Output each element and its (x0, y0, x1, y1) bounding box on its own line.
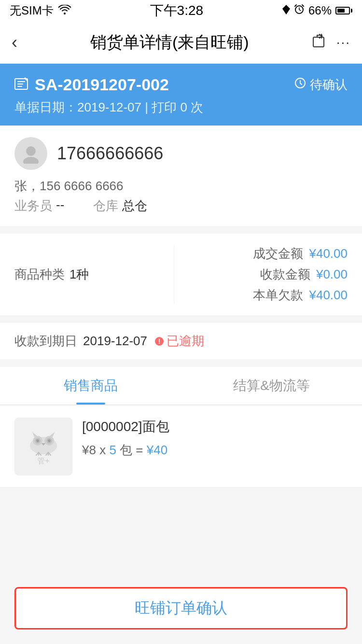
overdue-dot-icon: ! (155, 337, 164, 346)
order-id-section: SA-20191207-002 (14, 75, 169, 94)
wifi-icon (58, 4, 71, 17)
received-label: 收款金额 (260, 266, 310, 283)
warehouse-meta: 仓库 总仓 (93, 197, 147, 214)
order-status: 待确认 (294, 76, 348, 93)
product-item: 管+ [0000002]面包 ¥8 x 5 包 = ¥40 (0, 406, 362, 488)
sales-label: 业务员 (14, 197, 52, 214)
page-title: 销货单详情(来自旺铺) (27, 31, 312, 54)
status-time: 下午3:28 (150, 1, 204, 20)
customer-top: 17666666666 (14, 137, 348, 170)
due-date-card: 收款到期日 2019-12-07 ! 已逾期 (0, 323, 362, 359)
stats-right: 成交金额 ¥40.00 收款金额 ¥0.00 本单欠款 ¥40.00 (174, 245, 348, 304)
tab-goods[interactable]: 销售商品 (0, 367, 181, 405)
confirm-btn-container: 旺铺订单确认 (0, 577, 362, 644)
tab-settlement[interactable]: 结算&物流等 (181, 367, 362, 405)
battery-icon (335, 7, 352, 14)
product-info: [0000002]面包 ¥8 x 5 包 = ¥40 (82, 418, 348, 476)
customer-avatar (14, 137, 47, 170)
product-total: ¥40 (147, 443, 167, 457)
confirm-order-label: 旺铺订单确认 (135, 598, 227, 619)
sales-value: -- (56, 197, 64, 214)
status-clock-icon (294, 77, 306, 92)
stats-left: 商品种类 1种 (14, 245, 174, 304)
product-list: 管+ [0000002]面包 ¥8 x 5 包 = ¥40 (0, 406, 362, 488)
location-icon (282, 4, 290, 17)
status-text: 待确认 (310, 76, 348, 93)
confirm-order-button[interactable]: 旺铺订单确认 (14, 587, 348, 630)
overdue-badge: ! 已逾期 (155, 333, 204, 350)
order-id-text: SA-20191207-002 (35, 75, 169, 94)
deal-amount-item: 成交金额 ¥40.00 (189, 245, 348, 262)
deal-amount-label: 成交金额 (253, 245, 303, 262)
product-price-value: ¥8 (82, 443, 96, 457)
status-left: 无SIM卡 (10, 3, 71, 18)
svg-point-11 (36, 439, 39, 442)
status-right: 66% (282, 4, 352, 17)
received-item: 收款金额 ¥0.00 (189, 266, 348, 283)
svg-rect-1 (313, 37, 324, 47)
received-value: ¥0.00 (316, 267, 348, 282)
owed-item: 本单欠款 ¥40.00 (189, 287, 348, 304)
product-price-sep: x (99, 443, 109, 457)
svg-point-12 (48, 439, 51, 442)
sales-meta: 业务员 -- (14, 197, 64, 214)
warehouse-value: 总仓 (122, 197, 147, 214)
product-unit: 包 (120, 443, 132, 457)
product-thumbnail: 管+ (14, 418, 72, 476)
customer-card: 17666666666 张，156 6666 6666 业务员 -- 仓库 总仓 (0, 126, 362, 226)
product-name: [0000002]面包 (82, 418, 348, 436)
customer-phone: 17666666666 (57, 143, 163, 164)
customer-meta: 业务员 -- 仓库 总仓 (14, 197, 348, 214)
product-thumb-label: 管+ (37, 456, 49, 466)
back-button[interactable]: ‹ (12, 32, 17, 53)
status-bar: 无SIM卡 下午3:28 66% (0, 0, 362, 21)
carrier-text: 无SIM卡 (10, 3, 54, 18)
goods-type-label: 商品种类 (14, 266, 65, 283)
goods-type-value: 1种 (70, 266, 89, 283)
product-qty: 5 (109, 443, 116, 457)
svg-point-5 (23, 157, 39, 164)
svg-point-4 (26, 146, 36, 156)
alarm-icon (294, 4, 305, 17)
warehouse-label: 仓库 (93, 197, 118, 214)
share-button[interactable] (312, 33, 327, 52)
nav-bar: ‹ 销货单详情(来自旺铺) ··· (0, 21, 362, 64)
product-eq: = (136, 443, 146, 457)
product-price: ¥8 x 5 包 = ¥40 (82, 442, 348, 459)
owed-label: 本单欠款 (253, 287, 303, 304)
deal-amount-value: ¥40.00 (309, 246, 348, 261)
overdue-text: 已逾期 (167, 333, 204, 350)
tabs-container: 销售商品 结算&物流等 (0, 367, 362, 405)
order-id-icon (14, 75, 30, 94)
due-date-value: 2019-12-07 (83, 334, 147, 349)
customer-name: 张，156 6666 6666 (14, 178, 348, 195)
more-button[interactable]: ··· (336, 35, 350, 50)
owed-value: ¥40.00 (309, 288, 348, 303)
order-date: 单据日期：2019-12-07 | 打印 0 次 (14, 99, 348, 116)
battery-percentage: 66% (308, 4, 332, 17)
stats-card: 商品种类 1种 成交金额 ¥40.00 收款金额 ¥0.00 本单欠款 ¥40.… (0, 234, 362, 315)
order-header: SA-20191207-002 待确认 单据日期：2019-12-07 | 打印… (0, 64, 362, 126)
due-date-label: 收款到期日 (14, 333, 77, 350)
nav-actions: ··· (312, 33, 350, 52)
